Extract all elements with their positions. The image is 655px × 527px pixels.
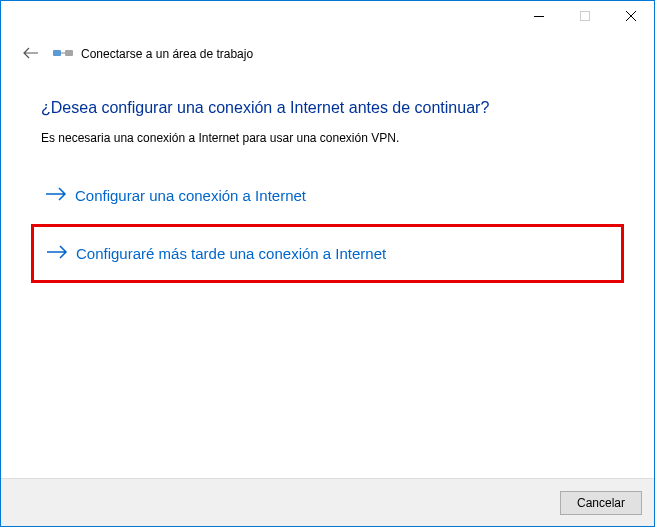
page-description: Es necesaria una conexión a Internet par… [41, 131, 614, 145]
wizard-title: Conectarse a un área de trabajo [81, 47, 253, 61]
arrow-right-icon [45, 185, 67, 206]
svg-rect-0 [534, 16, 544, 17]
arrow-right-icon [46, 243, 68, 264]
maximize-button [562, 1, 608, 31]
page-heading: ¿Desea configurar una conexión a Interne… [41, 99, 614, 117]
minimize-button[interactable] [516, 1, 562, 31]
highlight-annotation: Configuraré más tarde una conexión a Int… [31, 224, 624, 283]
close-button[interactable] [608, 1, 654, 31]
wizard-content: ¿Desea configurar una conexión a Interne… [1, 75, 654, 283]
option-configure-later[interactable]: Configuraré más tarde una conexión a Int… [36, 229, 619, 278]
svg-rect-1 [581, 12, 590, 21]
svg-rect-3 [65, 50, 73, 56]
wizard-footer: Cancelar [1, 478, 654, 526]
option-label: Configurar una conexión a Internet [75, 187, 306, 204]
workplace-connection-icon [53, 47, 71, 61]
cancel-button[interactable]: Cancelar [560, 491, 642, 515]
back-arrow-icon[interactable] [19, 41, 43, 67]
wizard-header: Conectarse a un área de trabajo [1, 31, 654, 75]
window-titlebar [1, 1, 654, 31]
option-label: Configuraré más tarde una conexión a Int… [76, 245, 386, 262]
option-configure-now[interactable]: Configurar una conexión a Internet [41, 173, 614, 218]
svg-rect-2 [53, 50, 61, 56]
